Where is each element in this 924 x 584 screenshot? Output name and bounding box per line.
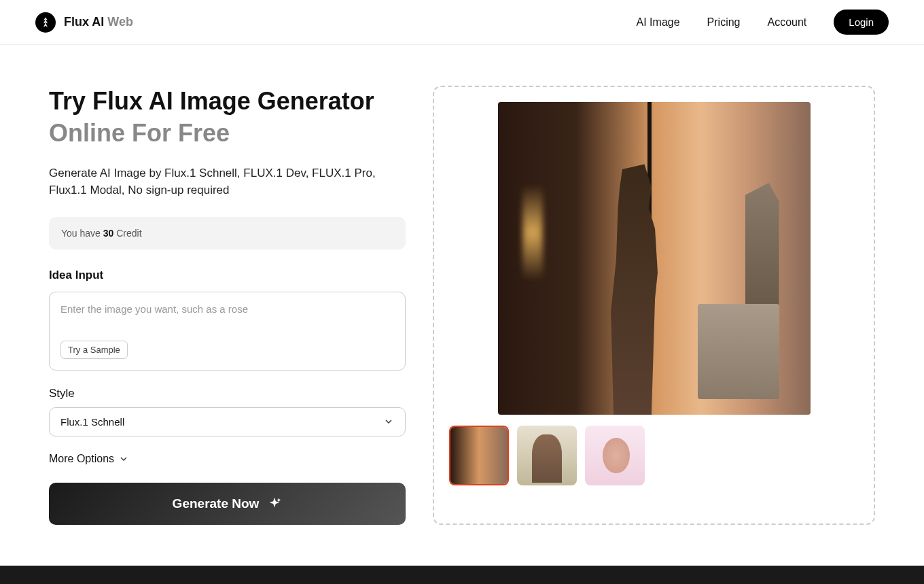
logo-icon — [35, 12, 56, 33]
generate-button[interactable]: Generate Now — [49, 483, 406, 525]
credit-count: 30 — [103, 228, 114, 239]
generate-label: Generate Now — [173, 496, 260, 511]
page-title-line1: Try Flux AI Image Generator — [49, 86, 406, 118]
logo-area[interactable]: Flux AI Web — [35, 12, 133, 33]
credit-prefix: You have — [61, 228, 103, 239]
preview-panel — [433, 86, 875, 525]
style-select[interactable]: Flux.1 Schnell — [49, 407, 406, 436]
style-value: Flux.1 Schnell — [60, 416, 124, 428]
prompt-input[interactable] — [60, 303, 394, 326]
thumbnail-2[interactable] — [517, 426, 577, 485]
nav-account[interactable]: Account — [767, 16, 806, 29]
more-options-label: More Options — [49, 453, 114, 465]
more-options-toggle[interactable]: More Options — [49, 453, 406, 465]
chevron-down-icon — [383, 416, 394, 427]
sparkle-icon — [267, 496, 282, 511]
logo-text-gray: Web — [107, 15, 133, 29]
prompt-input-container: Try a Sample — [49, 292, 406, 371]
footer — [0, 566, 924, 584]
nav-pricing[interactable]: Pricing — [707, 16, 741, 29]
main-content: Try Flux AI Image Generator Online For F… — [0, 45, 924, 552]
credit-box: You have 30 Credit — [49, 217, 406, 250]
page-title-line2: Online For Free — [49, 118, 406, 150]
login-button[interactable]: Login — [834, 10, 889, 35]
logo-text-bold: Flux AI — [64, 15, 107, 29]
idea-input-label: Idea Input — [49, 269, 406, 282]
main-nav: AI Image Pricing Account Login — [637, 10, 889, 35]
chevron-down-icon — [118, 453, 129, 464]
thumbnail-3[interactable] — [585, 426, 645, 485]
page-subtitle: Generate AI Image by Flux.1 Schnell, FLU… — [49, 165, 406, 199]
left-panel: Try Flux AI Image Generator Online For F… — [49, 86, 406, 525]
credit-suffix: Credit — [113, 228, 141, 239]
thumbnail-list — [449, 426, 859, 485]
try-sample-button[interactable]: Try a Sample — [60, 341, 128, 359]
thumbnail-1[interactable] — [449, 426, 509, 485]
nav-ai-image[interactable]: AI Image — [637, 16, 680, 29]
logo-text: Flux AI Web — [64, 15, 133, 29]
preview-image — [498, 102, 811, 415]
main-header: Flux AI Web AI Image Pricing Account Log… — [0, 0, 924, 45]
style-label: Style — [49, 387, 406, 400]
